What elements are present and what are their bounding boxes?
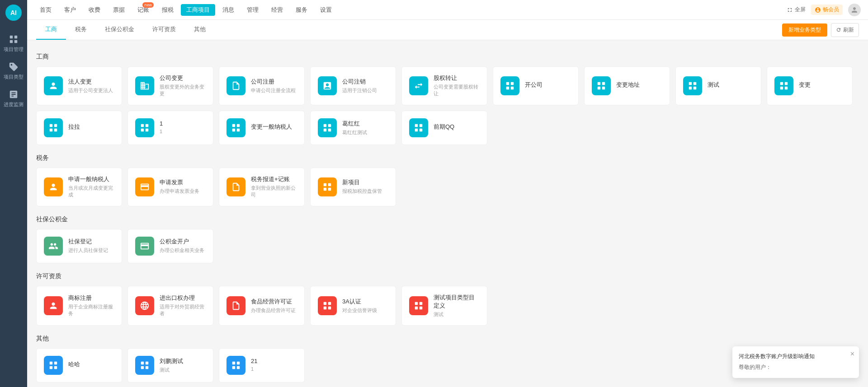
svg-rect-47 — [328, 302, 331, 305]
card-fund-account[interactable]: 公积金开户 办理公积金相关业务 — [127, 229, 213, 263]
svg-rect-56 — [50, 366, 52, 369]
card-change1[interactable]: 变更 — [767, 66, 853, 105]
card-title: 测试 — [708, 81, 754, 89]
card-title: 3A认证 — [342, 298, 388, 306]
card-company-change[interactable]: 公司变更 股权变更外的业务变更 — [127, 66, 213, 105]
nav-accounting[interactable]: 记账 new — [132, 4, 155, 16]
sidebar-item-project-mgmt[interactable]: 项目管理 — [0, 30, 27, 57]
nav-billing[interactable]: 收费 — [83, 4, 106, 16]
sub-header-actions: 新增业务类型 刷新 — [782, 23, 859, 37]
svg-rect-19 — [785, 82, 788, 85]
tab-social[interactable]: 社保公积金 — [96, 20, 143, 40]
svg-rect-59 — [146, 362, 148, 364]
card-earlyqq[interactable]: 前期QQ — [401, 111, 487, 145]
card-lala[interactable]: 拉拉 — [36, 111, 122, 145]
card-mhh[interactable]: 葛红红 葛红红测试 — [310, 111, 396, 145]
nav-industry[interactable]: 工商项目 — [181, 4, 215, 16]
card-title: 1 — [160, 120, 206, 127]
card-icon-fund-account — [135, 237, 154, 256]
card-social-register[interactable]: 社保登记 进行人员社保登记 — [36, 229, 122, 263]
nav-invoice[interactable]: 票据 — [108, 4, 130, 16]
card-icon-change-address — [592, 76, 611, 95]
svg-rect-3 — [14, 36, 17, 38]
card-change-address[interactable]: 变更地址 — [584, 66, 670, 105]
nav-tax[interactable]: 报税 — [156, 4, 179, 16]
card-title: 拉拉 — [68, 123, 114, 131]
card-3a-cert[interactable]: 3A认证 对企业信誉评级 — [310, 286, 396, 326]
fullscreen-btn[interactable]: 全屏 — [787, 6, 806, 14]
svg-rect-21 — [785, 87, 788, 89]
tab-other[interactable]: 其他 — [185, 20, 215, 40]
nav-operation[interactable]: 经营 — [266, 4, 288, 16]
nav-management[interactable]: 管理 — [241, 4, 264, 16]
card-desc: 适用于公司变更法人 — [68, 87, 114, 94]
svg-rect-43 — [328, 183, 331, 186]
card-title: 变更地址 — [616, 81, 662, 89]
tab-tax[interactable]: 税务 — [66, 20, 96, 40]
nav-settings[interactable]: 设置 — [315, 4, 337, 16]
tab-industry[interactable]: 工商 — [36, 20, 66, 40]
svg-rect-37 — [328, 129, 331, 131]
card-icon-food-license — [226, 296, 245, 315]
nav-message[interactable]: 消息 — [217, 4, 240, 16]
card-title: 前期QQ — [434, 123, 480, 131]
card-tax-report-accounting[interactable]: 税务报道+记账 拿到营业执照的新公司 — [219, 168, 305, 206]
svg-rect-34 — [324, 124, 326, 127]
card-haha[interactable]: 哈哈 — [36, 348, 122, 382]
card-new-project[interactable]: 新项目 报税加税控盘保管 — [310, 168, 396, 206]
svg-rect-16 — [689, 87, 692, 89]
card-num21[interactable]: 21 1 — [219, 348, 305, 382]
card-liupeng-test[interactable]: 刘鹏测试 测试 — [127, 348, 213, 382]
nav-client[interactable]: 客户 — [59, 4, 81, 16]
card-title: 21 — [251, 358, 297, 364]
card-desc: 1 — [251, 366, 297, 373]
svg-rect-33 — [237, 129, 240, 131]
nav-home[interactable]: 首页 — [34, 4, 57, 16]
svg-rect-52 — [415, 307, 418, 309]
card-num1[interactable]: 1 1 — [127, 111, 213, 145]
card-icon-liupeng-test — [135, 356, 154, 375]
card-apply-invoice[interactable]: 申请发票 办理申请发票业务 — [127, 168, 213, 206]
license-cards-grid: 商标注册 用于企业商标注册服务 进出口权办理 适用于对外贸易经营者 — [36, 286, 859, 326]
sidebar-item-project-type[interactable]: 项目类型 — [0, 57, 27, 85]
card-icon-company-change — [135, 76, 154, 95]
card-equity-transfer[interactable]: 股权转让 公司变更需要股权转让 — [401, 66, 487, 105]
card-company-register[interactable]: 公司注册 申请公司注册全流程 — [219, 66, 305, 105]
card-desc: 测试 — [160, 367, 206, 373]
refresh-btn[interactable]: 刷新 — [831, 23, 859, 37]
card-icon-new-project — [318, 177, 337, 196]
card-test1[interactable]: 测试 — [675, 66, 761, 105]
svg-rect-42 — [324, 183, 326, 186]
app-logo[interactable]: AI — [5, 5, 22, 21]
card-apply-taxpayer[interactable]: 申请一般纳税人 当月或次月成变更完成 — [36, 168, 122, 206]
card-open-company[interactable]: 开公司 — [493, 66, 579, 105]
svg-rect-24 — [50, 129, 52, 131]
svg-rect-5 — [14, 40, 17, 43]
svg-rect-65 — [237, 366, 240, 369]
notification-close-btn[interactable]: × — [850, 350, 854, 358]
card-title: 股权转让 — [434, 74, 480, 82]
svg-rect-35 — [328, 124, 331, 127]
card-legal-change[interactable]: 法人变更 适用于公司变更法人 — [36, 66, 122, 105]
sidebar-item-progress-monitor[interactable]: 进度监测 — [0, 85, 27, 112]
section-title-other: 其他 — [36, 335, 859, 343]
card-food-license[interactable]: 食品经营许可证 办理食品经营许可证 — [219, 286, 305, 326]
card-test-type[interactable]: 测试项目类型目定义 测试 — [401, 286, 487, 326]
svg-rect-7 — [511, 82, 514, 85]
card-trademark[interactable]: 商标注册 用于企业商标注册服务 — [36, 286, 122, 326]
member-btn[interactable]: 畅会员 — [811, 5, 843, 15]
card-icon-num21 — [226, 356, 245, 375]
nav-service[interactable]: 服务 — [290, 4, 313, 16]
page-content: 工商 法人变更 适用于公司变更法人 — [27, 40, 868, 387]
svg-rect-8 — [506, 87, 509, 89]
card-change-taxpayer[interactable]: 变更一般纳税人 — [219, 111, 305, 145]
card-import-export[interactable]: 进出口权办理 适用于对外贸易经营者 — [127, 286, 213, 326]
tab-license[interactable]: 许可资质 — [143, 20, 185, 40]
svg-rect-2 — [10, 36, 13, 38]
card-company-cancel[interactable]: 公司注销 适用于注销公司 — [310, 66, 396, 105]
avatar[interactable] — [848, 4, 861, 16]
svg-rect-10 — [598, 82, 600, 85]
card-title: 葛红红 — [342, 120, 388, 128]
add-business-type-btn[interactable]: 新增业务类型 — [782, 23, 827, 37]
svg-rect-53 — [420, 307, 422, 309]
